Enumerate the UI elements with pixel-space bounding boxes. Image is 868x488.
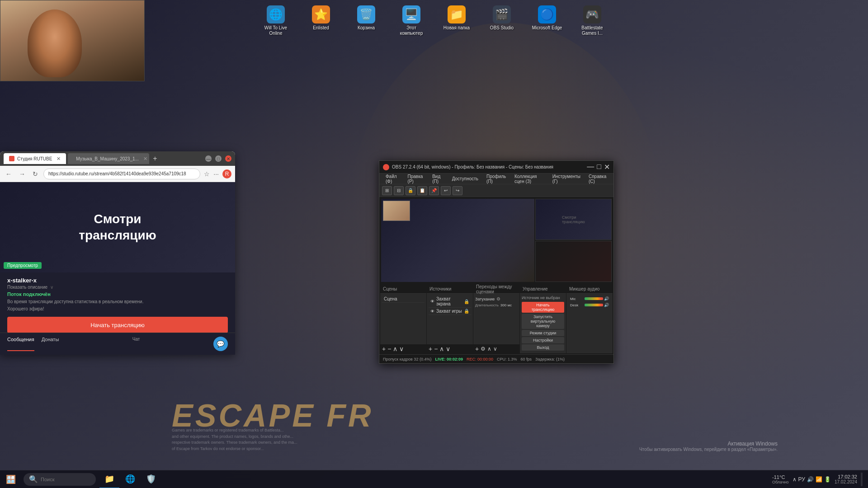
obs-menu-scenes[interactable]: Коллекция сцен (З) <box>511 173 548 185</box>
obs-scene-item[interactable]: Сцена <box>382 296 425 303</box>
messages-tab[interactable]: Сообщения <box>7 337 34 351</box>
move-scene-down[interactable]: ∨ <box>399 345 404 352</box>
taskbar-search[interactable]: 🔍 <box>24 473 96 486</box>
add-scene[interactable]: + <box>382 345 386 352</box>
obs-toolbar-btn-5[interactable]: 📌 <box>429 186 439 195</box>
obs-thumbnails: Смотритрансляцию <box>535 199 612 282</box>
browser-tab-active[interactable]: Студия RUTUBE ✕ <box>4 153 66 164</box>
add-transition[interactable]: + <box>475 345 479 352</box>
remove-source[interactable]: − <box>434 345 438 352</box>
obs-toolbar-btn-4[interactable]: 📋 <box>417 186 427 195</box>
start-stream-button[interactable]: Начать трансляцию <box>7 317 228 333</box>
systray-chevron[interactable]: ∧ <box>793 476 797 483</box>
taskbar-file-explorer[interactable]: 📁 <box>99 470 119 488</box>
obs-thumb-1[interactable]: Смотритрансляцию <box>535 199 612 240</box>
search-input[interactable] <box>41 477 86 482</box>
obs-mixer-content: Mic 🔊 Desk 🔊 <box>566 294 613 353</box>
show-description[interactable]: Показать описание <box>7 285 47 290</box>
back-button[interactable]: ← <box>4 169 14 178</box>
settings-transition[interactable]: ⚙ <box>481 346 486 352</box>
taskbar-clock[interactable]: 17:02:32 17.02.2024 <box>835 474 857 484</box>
obs-sources-content: 👁 Захват экрана 🔒 👁 Захват игры 🔒 <box>427 294 473 344</box>
obs-source-item-2[interactable]: 👁 Захват игры 🔒 <box>429 308 471 315</box>
eye-icon-2[interactable]: 👁 <box>430 309 434 314</box>
obs-menu-edit[interactable]: Правка (Р) <box>404 173 428 185</box>
start-button[interactable]: 🪟 <box>0 470 22 488</box>
bookmark-button[interactable]: ☆ <box>204 170 210 178</box>
obs-toolbar-btn-3[interactable]: 🔒 <box>406 186 415 195</box>
obs-toolbar-btn-7[interactable]: ↪ <box>453 186 462 195</box>
obs-source-item-1[interactable]: 👁 Захват экрана 🔒 <box>429 296 471 308</box>
icon-koroba[interactable]: 🗑️ Корзина <box>348 4 384 38</box>
eye-icon-1[interactable]: 👁 <box>430 299 434 304</box>
obs-menu-profile[interactable]: Профиль (П) <box>483 173 510 185</box>
move-source-up[interactable]: ∧ <box>439 345 444 352</box>
add-source[interactable]: + <box>429 345 432 352</box>
systray-lang[interactable]: РУ <box>798 476 805 483</box>
taskbar-browser[interactable]: 🌐 <box>120 470 140 488</box>
obs-menu-tools[interactable]: Инструменты (Г) <box>549 173 584 185</box>
copyright-text: Games are trademarks or registered trade… <box>172 427 297 452</box>
obs-menu-docks[interactable]: Доступность <box>448 175 482 182</box>
settings-btn[interactable]: Настройки <box>522 337 564 343</box>
refresh-button[interactable]: ↻ <box>31 169 40 178</box>
obs-webcam-preview <box>383 201 410 221</box>
start-stream-btn[interactable]: Начать трансляцию <box>522 302 564 313</box>
settings-icon[interactable]: ⚙ <box>496 296 500 301</box>
icon-enlisted[interactable]: ⭐ Enlisted <box>303 4 339 38</box>
studio-mode-btn[interactable]: Режим студии <box>522 330 564 336</box>
obs-close[interactable]: ✕ <box>604 163 610 171</box>
move-scene-up[interactable]: ∧ <box>393 345 397 352</box>
move-transition-down[interactable]: ∨ <box>493 346 497 352</box>
move-transition-up[interactable]: ∧ <box>487 346 491 352</box>
obs-title: OBS 27.2.4 (64 bit, windows) - Профиль: … <box>392 164 553 169</box>
obs-mixer-header: Микшер аудио <box>566 285 613 294</box>
obs-maximize[interactable]: □ <box>597 163 601 171</box>
maximize-button[interactable]: □ <box>215 155 222 162</box>
stream-info-2: Хорошего эфира! <box>7 306 228 312</box>
taskbar-right: -11°C Облачно ∧ РУ 🔊 📶 🔋 17:02:32 17.02.… <box>767 473 868 486</box>
obs-main: Смотритрансляцию Сцены <box>379 197 613 354</box>
minimize-button[interactable]: — <box>205 155 212 162</box>
obs-toolbar-btn-1[interactable]: ⊞ <box>382 186 392 195</box>
obs-toolbar-btn-6[interactable]: ↩ <box>441 186 451 195</box>
icon-will-to-live[interactable]: 🌐 Will To Live Online <box>258 4 294 38</box>
more-button[interactable]: ··· <box>213 170 219 178</box>
obs-statusbar: Пропуск кадров 32 (0.4%) LIVE: 00:02:09 … <box>379 354 613 363</box>
icon-new-folder[interactable]: 📁 Новая папка <box>439 4 475 38</box>
desk-volume-icon[interactable]: 🔊 <box>604 303 609 307</box>
obs-menu-help[interactable]: Справка (С) <box>585 173 611 185</box>
rutube-button[interactable]: R <box>222 169 231 178</box>
address-bar[interactable]: https://studio.rutube.ru/stream/4b582f14… <box>43 169 200 179</box>
systray-battery[interactable]: 🔋 <box>824 476 831 483</box>
taskbar-security[interactable]: 🛡️ <box>141 470 161 488</box>
chat-icon[interactable]: 💬 <box>213 337 228 351</box>
obs-menu-file[interactable]: Файл (Ф) <box>382 173 403 185</box>
show-desktop-button[interactable] <box>861 473 863 486</box>
stream-preview: Смотритрансляцию Предпросмотр <box>0 182 235 272</box>
icon-this-computer[interactable]: 🖥️ Этот компьютер <box>393 4 429 38</box>
obs-transitions-controls: + ⚙ ∧ ∨ <box>473 344 519 353</box>
icon-battlestate[interactable]: 🎮 Battlestate Games I... <box>574 4 610 38</box>
move-source-down[interactable]: ∨ <box>446 345 450 352</box>
obs-minimize[interactable]: — <box>587 163 594 171</box>
obs-menu-view[interactable]: Вид (П) <box>429 173 447 185</box>
exit-btn[interactable]: Выход <box>522 344 564 351</box>
obs-sources-panel: Источники 👁 Захват экрана 🔒 👁 Захват игр… <box>427 285 473 353</box>
systray-network[interactable]: 📶 <box>816 476 822 483</box>
obs-toolbar-btn-2[interactable]: ⊟ <box>394 186 404 195</box>
close-button[interactable]: ✕ <box>225 155 231 162</box>
remove-scene[interactable]: − <box>387 345 391 352</box>
mic-volume-icon[interactable]: 🔊 <box>604 296 609 301</box>
icon-edge[interactable]: 🔵 Microsoft Edge <box>529 4 565 38</box>
browser-tab-inactive[interactable]: Музыка_В_Машину_2023_1... ✕ <box>68 153 149 164</box>
preview-badge: Предпросмотр <box>4 262 42 269</box>
donate-tab[interactable]: Донаты <box>42 337 59 351</box>
systray-speaker[interactable]: 🔊 <box>807 476 814 483</box>
icon-obs-studio[interactable]: 🎬 OBS Studio <box>484 4 520 38</box>
obs-menubar: Файл (Ф) Правка (Р) Вид (П) Доступность … <box>379 174 613 184</box>
forward-button[interactable]: → <box>17 169 27 178</box>
obs-thumb-2[interactable] <box>535 241 612 282</box>
start-virtual-cam[interactable]: Запустить виртуальную камеру <box>522 314 564 329</box>
obs-transitions-content: Затухание ⚙ Длительность 300 мс <box>473 294 519 344</box>
